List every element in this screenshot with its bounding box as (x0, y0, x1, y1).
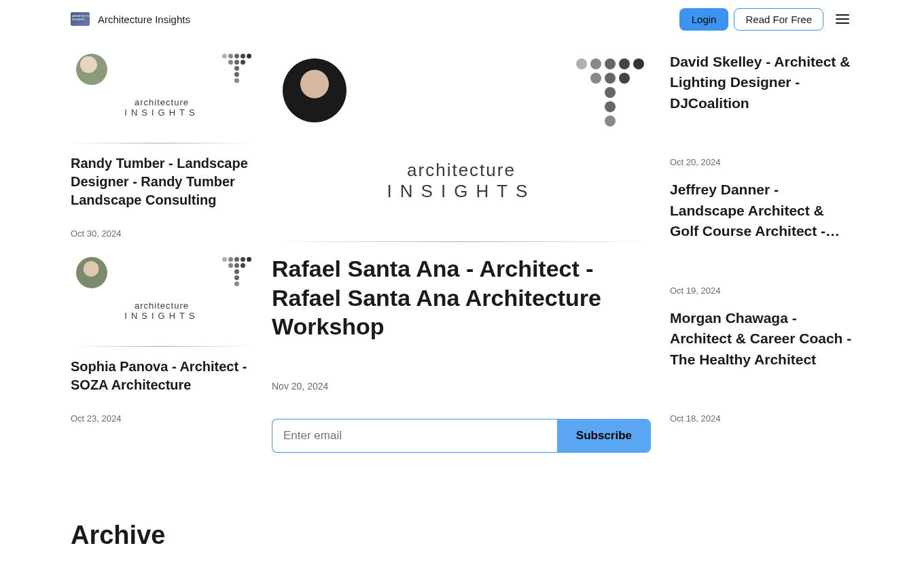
main-content: architecture INSIGHTS Randy Tumber - Lan… (0, 38, 924, 453)
article-title[interactable]: David Skelley - Architect & Lighting Des… (670, 52, 853, 114)
article-card[interactable]: Morgan Chawaga - Architect & Career Coac… (670, 296, 853, 424)
article-image: architecture INSIGHTS (71, 255, 253, 346)
archive-heading: Archive (71, 521, 853, 550)
brand-dots-icon (222, 257, 251, 286)
read-for-free-button[interactable]: Read For Free (734, 8, 823, 31)
archive-section: Archive (0, 453, 924, 577)
author-avatar (283, 58, 346, 122)
email-input[interactable] (272, 419, 557, 453)
site-title[interactable]: Architecture Insights (98, 14, 190, 25)
brand-dots-icon (576, 58, 644, 126)
article-card[interactable]: architecture INSIGHTS Sophia Panova - Ar… (71, 255, 253, 440)
subscribe-button[interactable]: Subscribe (557, 419, 651, 453)
brand-wordmark: architecture INSIGHTS (387, 160, 536, 202)
header-left: Architecture Insights (71, 12, 190, 26)
brand-wordmark: architecture INSIGHTS (124, 300, 198, 321)
article-title[interactable]: Jeffrey Danner - Landscape Architect & G… (670, 179, 853, 241)
brand-wordmark: architecture INSIGHTS (124, 97, 198, 118)
article-title[interactable]: Sophia Panova - Architect - SOZA Archite… (71, 358, 253, 394)
divider (71, 143, 253, 143)
divider (272, 241, 651, 242)
article-date: Nov 20, 2024 (272, 381, 651, 392)
article-card[interactable]: David Skelley - Architect & Lighting Des… (670, 52, 853, 167)
subscribe-form: Subscribe (272, 419, 651, 453)
article-image: architecture INSIGHTS (272, 52, 651, 241)
site-header: Architecture Insights Login Read For Fre… (0, 0, 924, 38)
author-avatar (76, 257, 107, 288)
login-button[interactable]: Login (679, 8, 729, 31)
right-column: David Skelley - Architect & Lighting Des… (670, 52, 853, 453)
article-card[interactable]: architecture INSIGHTS Randy Tumber - Lan… (71, 52, 253, 255)
article-date: Oct 23, 2024 (71, 413, 253, 424)
article-title[interactable]: Rafael Santa Ana - Architect - Rafael Sa… (272, 254, 651, 341)
article-card[interactable]: Jeffrey Danner - Landscape Architect & G… (670, 167, 853, 295)
article-title[interactable]: Morgan Chawaga - Architect & Career Coac… (670, 308, 853, 370)
hamburger-icon (836, 14, 849, 24)
header-right: Login Read For Free (679, 8, 853, 31)
article-date: Oct 20, 2024 (670, 157, 853, 167)
article-date: Oct 18, 2024 (670, 413, 853, 424)
author-avatar (76, 54, 107, 85)
left-column: architecture INSIGHTS Randy Tumber - Lan… (71, 52, 253, 453)
article-date: Oct 30, 2024 (71, 228, 253, 239)
divider (71, 346, 253, 347)
site-logo-icon[interactable] (71, 12, 90, 26)
article-title[interactable]: Randy Tumber - Landscape Designer - Rand… (71, 154, 253, 209)
brand-dots-icon (222, 54, 251, 83)
featured-article-card[interactable]: architecture INSIGHTS Rafael Santa Ana -… (272, 52, 651, 392)
article-date: Oct 19, 2024 (670, 286, 853, 296)
article-image: architecture INSIGHTS (71, 52, 253, 143)
center-column: architecture INSIGHTS Rafael Santa Ana -… (272, 52, 651, 453)
menu-button[interactable] (832, 10, 853, 28)
